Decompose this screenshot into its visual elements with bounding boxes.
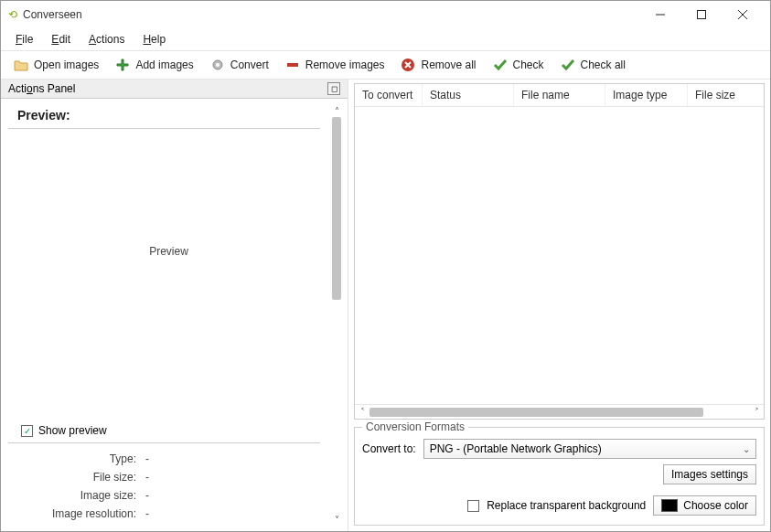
minimize-button[interactable] [639,1,680,28]
col-status[interactable]: Status [423,84,514,106]
table-body [355,107,764,404]
conversion-group-title: Conversion Formats [362,420,468,433]
check-button[interactable]: Check [486,55,551,75]
remove-images-label: Remove images [305,59,385,71]
convert-button[interactable]: Convert [203,55,276,75]
gear-icon [210,58,225,72]
images-settings-button[interactable]: Images settings [663,464,756,484]
scroll-up-icon[interactable]: ˄ [330,104,343,117]
panel-scrollbar[interactable]: ˄ ˅ [329,104,344,526]
col-to-convert[interactable]: To convert [355,84,423,106]
menu-file[interactable]: File [6,31,42,48]
check-all-label: Check all [581,59,626,71]
app-icon: ⟲ [8,8,17,21]
open-images-label: Open images [34,59,99,71]
folder-open-icon [14,58,28,72]
actions-panel-body: Preview: Preview ✓ Show preview Type:- F… [1,99,348,531]
type-value: - [145,452,302,465]
image-resolution-value: - [145,507,302,520]
check-all-button[interactable]: Check all [553,55,633,75]
open-images-button[interactable]: Open images [6,55,106,75]
scroll-thumb[interactable] [332,117,341,300]
title-bar: ⟲ Converseen [1,1,770,28]
close-button[interactable] [722,1,763,28]
toolbar: Open images Add images Convert Remove im… [1,51,770,80]
col-image-type[interactable]: Image type [605,84,688,106]
menu-actions[interactable]: Actions [80,31,134,48]
replace-bg-label: Replace transparent background [487,499,646,512]
format-select[interactable]: PNG - (Portable Network Graphics) ⌄ [423,439,756,459]
preview-heading: Preview: [8,104,320,129]
horizontal-scrollbar[interactable]: ˂ ˃ [355,404,764,419]
svg-rect-6 [287,63,298,67]
image-resolution-label: Image resolution: [27,507,136,520]
file-size-value: - [145,471,302,484]
table-header: To convert Status File name Image type F… [355,84,764,107]
replace-bg-checkbox[interactable]: ✓ [467,500,479,512]
maximize-button[interactable] [680,1,722,28]
menu-bar: File Edit Actions Help [1,28,770,51]
remove-images-button[interactable]: Remove images [278,55,392,75]
convert-to-row: Convert to: PNG - (Portable Network Grap… [362,439,756,459]
scroll-left-icon[interactable]: ˂ [355,406,369,419]
format-selected-value: PNG - (Portable Network Graphics) [430,442,602,455]
h-scroll-thumb[interactable] [369,408,703,417]
chevron-down-icon: ⌄ [743,444,750,454]
check-icon [493,58,508,72]
close-circle-icon [401,58,415,72]
actions-panel-content: Preview: Preview ✓ Show preview Type:- F… [8,104,329,526]
file-table: To convert Status File name Image type F… [354,83,765,420]
replace-bg-row: ✓ Replace transparent background Choose … [362,495,756,516]
col-file-size[interactable]: File size [688,84,764,106]
menu-edit[interactable]: Edit [42,31,80,48]
choose-color-label: Choose color [683,499,748,512]
window-title-text: Converseen [23,8,82,21]
images-settings-row: Images settings [362,464,756,484]
remove-all-button[interactable]: Remove all [393,55,483,75]
actions-panel-header: Actions Panel ◻ [1,80,348,99]
col-file-name[interactable]: File name [514,84,605,106]
check-label: Check [513,59,544,71]
window-title: ⟲ Converseen [8,8,639,21]
image-size-label: Image size: [27,489,136,502]
add-images-button[interactable]: Add images [108,55,200,75]
plus-icon [115,58,130,72]
type-label: Type: [27,452,136,465]
add-images-label: Add images [135,59,193,71]
show-preview-row: ✓ Show preview [8,419,320,443]
remove-all-label: Remove all [421,59,476,71]
svg-rect-1 [697,11,705,19]
meta-grid: Type:- File size:- Image size:- Image re… [8,443,320,526]
scroll-down-icon[interactable]: ˅ [330,513,343,526]
file-size-label: File size: [27,471,136,484]
right-panel: To convert Status File name Image type F… [348,80,770,531]
main-area: Actions Panel ◻ Preview: Preview ✓ Show … [1,80,770,531]
convert-to-label: Convert to: [362,442,416,455]
preview-placeholder: Preview [8,138,329,364]
choose-color-button[interactable]: Choose color [653,495,756,516]
menu-help[interactable]: Help [134,31,175,48]
check-all-icon [561,58,575,72]
undock-panel-button[interactable]: ◻ [327,82,340,95]
show-preview-checkbox[interactable]: ✓ [21,425,33,437]
h-scroll-track[interactable] [369,408,749,417]
image-size-value: - [145,489,302,502]
scroll-right-icon[interactable]: ˃ [749,406,764,419]
show-preview-label: Show preview [38,424,107,437]
color-swatch-icon [661,499,678,512]
actions-panel: Actions Panel ◻ Preview: Preview ✓ Show … [1,80,348,531]
actions-panel-title: Actions Panel [8,82,75,95]
convert-label: Convert [230,59,269,71]
window-controls [639,1,763,28]
svg-point-5 [216,63,220,67]
spacer [8,364,329,419]
scroll-track[interactable] [330,117,343,513]
minus-icon [285,58,300,72]
conversion-formats-group: Conversion Formats Convert to: PNG - (Po… [354,427,765,526]
